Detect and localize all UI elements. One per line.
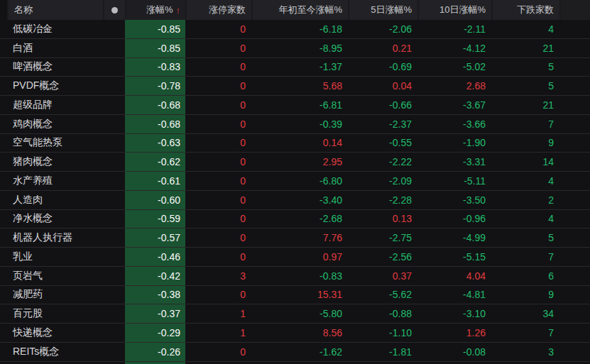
column-header-change[interactable]: 涨幅% ↑ — [125, 0, 185, 20]
header-filler — [559, 0, 590, 20]
column-header-10d[interactable]: 10日涨幅% — [417, 0, 491, 20]
limit-up-count: 0 — [185, 248, 251, 266]
change-5d: -0.69 — [348, 58, 417, 77]
limit-up-count: 0 — [185, 39, 251, 57]
ytd-change: -1.62 — [251, 343, 348, 361]
limit-up-count: 0 — [185, 153, 251, 171]
table-row[interactable]: 百元股-0.371-5.80-0.88-3.1034 — [0, 304, 590, 324]
change-5d: -5.62 — [348, 286, 417, 304]
table-row[interactable]: 白酒-0.850-8.950.21-4.1221 — [0, 39, 590, 58]
change-cell — [125, 362, 185, 364]
change-cell: -0.29 — [125, 324, 185, 342]
sector-name: 低碳冶金 — [0, 20, 103, 38]
row-filler — [559, 172, 590, 190]
marker-spacer — [103, 115, 125, 133]
change-cell: -0.26 — [125, 343, 185, 361]
table-row[interactable]: 机器人执行器-0.5707.76-2.75-4.995 — [0, 228, 590, 248]
change-5d: -1.10 — [348, 324, 417, 342]
change-5d: -2.06 — [348, 20, 417, 38]
change-cell: -0.78 — [125, 77, 185, 95]
change-5d: -2.37 — [348, 115, 417, 133]
change-cell: -0.85 — [125, 39, 185, 57]
marker-spacer — [103, 228, 125, 247]
table-row[interactable]: 空气能热泵-0.6300.14-0.55-1.909 — [0, 134, 590, 153]
change-cell: -0.83 — [125, 58, 185, 77]
table-row[interactable]: 快递概念-0.2918.56-1.101.267 — [0, 324, 590, 343]
table-row-partial[interactable] — [0, 362, 590, 364]
change-5d: 0.04 — [348, 77, 417, 95]
sort-ascending-icon: ↑ — [176, 6, 181, 15]
row-filler — [559, 267, 590, 285]
change-cell: -0.60 — [125, 191, 185, 209]
marker-spacer — [103, 172, 125, 190]
column-header-decliners[interactable]: 下跌家数 — [491, 0, 559, 20]
change-5d: 0.21 — [348, 39, 417, 57]
row-filler — [559, 153, 590, 171]
sector-name: 人造肉 — [0, 191, 103, 209]
marker-spacer — [103, 304, 125, 323]
decliners-count: 21 — [491, 39, 559, 57]
change-10d: -4.12 — [417, 39, 491, 57]
marker-spacer — [103, 153, 125, 171]
row-filler — [559, 324, 590, 342]
change-10d: -3.66 — [417, 115, 491, 133]
table-row[interactable]: REITs概念-0.260-1.62-1.81-0.083 — [0, 343, 590, 362]
row-filler — [559, 286, 590, 304]
marker-spacer — [103, 191, 125, 209]
ytd-change: -6.80 — [251, 172, 348, 190]
row-filler — [559, 77, 590, 95]
table-row[interactable]: 低碳冶金-0.850-6.18-2.06-2.114 — [0, 20, 590, 39]
sector-name: 乳业 — [0, 248, 103, 266]
marker-spacer — [103, 362, 125, 364]
table-row[interactable]: 页岩气-0.423-0.830.374.046 — [0, 267, 590, 286]
limit-up-count: 0 — [185, 134, 251, 153]
ytd-change: -5.80 — [251, 304, 348, 323]
table-row[interactable]: PVDF概念-0.7805.680.042.685 — [0, 77, 590, 96]
change-cell: -0.68 — [125, 115, 185, 133]
table-row[interactable]: 水产养殖-0.610-6.80-2.09-5.114 — [0, 172, 590, 191]
ytd-change: 5.68 — [251, 77, 348, 95]
sector-name: 白酒 — [0, 39, 103, 57]
row-filler — [559, 343, 590, 361]
change-cell: -0.38 — [125, 286, 185, 304]
decliners-count: 7 — [491, 324, 559, 342]
row-filler — [559, 134, 590, 153]
table-row[interactable]: 猪肉概念-0.6202.95-2.22-3.3114 — [0, 153, 590, 172]
table-row[interactable]: 鸡肉概念-0.680-0.39-2.37-3.667 — [0, 115, 590, 134]
table-row[interactable]: 啤酒概念-0.830-1.37-0.69-5.025 — [0, 58, 590, 77]
change-10d: -3.50 — [417, 191, 491, 209]
column-header-limit-up[interactable]: 涨停家数 — [185, 0, 251, 20]
sector-name: 猪肉概念 — [0, 153, 103, 171]
limit-up-count: 0 — [185, 77, 251, 95]
marker-spacer — [103, 248, 125, 266]
sector-name: 页岩气 — [0, 267, 103, 285]
table-row[interactable]: 人造肉-0.600-3.40-2.28-3.502 — [0, 191, 590, 210]
decliners-count: 2 — [491, 191, 559, 209]
table-row[interactable]: 减肥药-0.38015.31-5.62-4.819 — [0, 286, 590, 305]
column-header-5d[interactable]: 5日涨幅% — [348, 0, 417, 20]
change-5d: -0.66 — [348, 96, 417, 114]
table-row[interactable]: 乳业-0.4600.97-2.56-5.157 — [0, 248, 590, 267]
limit-up-count: 0 — [185, 58, 251, 77]
marker-spacer — [103, 134, 125, 153]
column-header-name[interactable]: 名称 — [7, 0, 103, 20]
column-header-change-label: 涨幅% — [146, 4, 173, 16]
decliners-count: 9 — [491, 134, 559, 153]
decliners-count: 5 — [491, 77, 559, 95]
marker-spacer — [103, 58, 125, 77]
decliners-count: 3 — [491, 343, 559, 361]
column-header-marker[interactable] — [103, 0, 125, 20]
decliners-count: 14 — [491, 153, 559, 171]
decliners-count: 6 — [491, 267, 559, 285]
limit-up-count: 1 — [185, 324, 251, 342]
column-header-ytd[interactable]: 年初至今涨幅% — [251, 0, 348, 20]
ytd-change: 7.76 — [251, 228, 348, 247]
change-5d: -0.55 — [348, 134, 417, 153]
table-row[interactable]: 超级品牌-0.680-6.81-0.66-3.6721 — [0, 96, 590, 115]
sector-name: 水产养殖 — [0, 172, 103, 190]
row-filler — [559, 39, 590, 57]
row-filler — [559, 210, 590, 228]
marker-spacer — [103, 286, 125, 304]
table-row[interactable]: 净水概念-0.590-2.680.13-0.964 — [0, 210, 590, 229]
change-10d: -5.15 — [417, 248, 491, 266]
